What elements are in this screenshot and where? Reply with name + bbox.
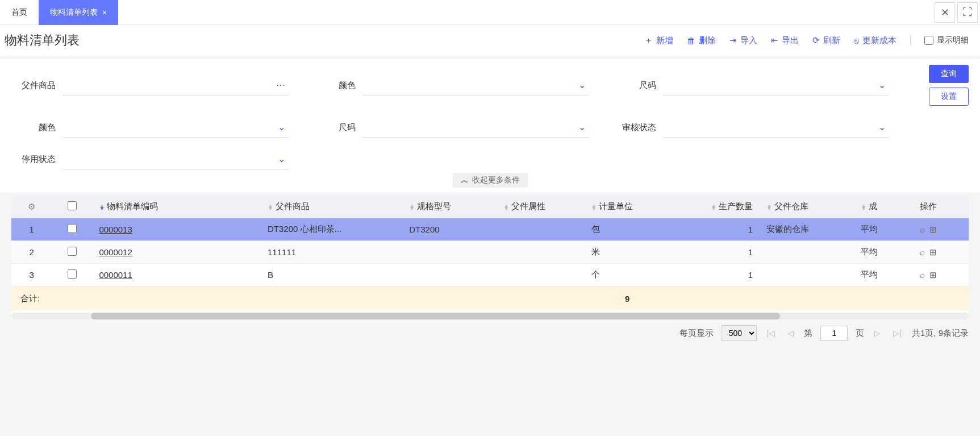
chevron-down-icon[interactable]: ⌄ [878,122,886,132]
row-index: 3 [11,264,52,286]
cell-unit: 米 [585,241,672,264]
view-icon[interactable]: ⌕ [920,270,925,280]
col-more[interactable]: ▲▼成 [854,196,887,218]
sort-icon[interactable]: ▲▼ [99,204,105,210]
first-page-button[interactable]: |◁ [765,329,778,338]
col-unit[interactable]: ▲▼计量单位 [585,196,672,218]
row-index: 2 [11,241,52,264]
add-button[interactable]: ＋新增 [644,35,673,46]
color2-select[interactable]: ⌄ [62,117,289,138]
query-button[interactable]: 查询 [929,65,969,83]
cell-spec: DT3200 [402,218,497,241]
refresh-icon: ⟳ [812,35,820,45]
export-button[interactable]: ⇤导出 [771,35,799,46]
row-checkbox[interactable] [68,224,77,233]
row-checkbox[interactable] [68,247,77,256]
settings-button[interactable]: 设置 [929,88,969,106]
col-qty[interactable]: ▲▼生产数量 [672,196,760,218]
tab-home[interactable]: 首页 [0,0,39,25]
export-icon: ⇤ [771,35,778,45]
page-prefix: 第 [804,328,812,339]
stop-status-select[interactable]: ⌄ [62,149,289,169]
more-icon[interactable]: ⋯ [276,80,285,90]
chevron-down-icon[interactable]: ⌄ [278,122,285,132]
tab-bom-label: 物料清单列表 [50,7,98,18]
grid-icon[interactable]: ⊞ [929,247,937,257]
size-select[interactable]: ⌄ [663,75,889,95]
fullscreen-button[interactable]: ⛶ [957,2,978,23]
parent-product-input[interactable]: ⋯ [62,75,289,95]
view-icon[interactable]: ⌕ [920,225,925,234]
close-all-tabs-button[interactable]: ✕ [935,2,955,23]
tab-home-label: 首页 [11,7,27,18]
next-page-button[interactable]: ▷ [872,329,883,338]
prev-page-button[interactable]: ◁ [785,329,796,338]
table-row[interactable]: 20000012111111米1平均⌕⊞ [11,241,969,264]
total-qty: 9 [625,294,629,304]
cell-code: 0000012 [92,241,261,264]
sort-icon[interactable]: ▲▼ [591,204,597,210]
sort-icon[interactable]: ▲▼ [268,204,273,210]
last-page-button[interactable]: ▷| [891,329,904,338]
audit-status-select[interactable]: ⌄ [663,117,889,138]
col-attr[interactable]: ▲▼父件属性 [497,196,584,218]
code-link[interactable]: 0000011 [99,270,132,280]
collapse-filters-button[interactable]: ︽ 收起更多条件 [453,173,528,188]
cell-unit: 个 [585,264,672,286]
cell-qty: 1 [672,241,760,264]
col-code[interactable]: ▲▼物料清单编码 [92,196,261,218]
col-parent[interactable]: ▲▼父件商品 [261,196,402,218]
show-detail-checkbox[interactable] [924,36,933,45]
table-row[interactable]: 30000011B个1平均⌕⊞ [11,264,969,286]
cell-unit: 包 [585,218,672,241]
sort-icon[interactable]: ▲▼ [711,204,716,210]
toolbar: 物料清单列表 ＋新增 🗑删除 ⇥导入 ⇤导出 ⟳刷新 ⎋更新成本 显示明细 [0,25,980,56]
row-checkbox-cell[interactable] [52,241,92,264]
per-page-select[interactable]: 500 [722,325,757,341]
update-cost-button[interactable]: ⎋更新成本 [854,35,896,46]
cell-warehouse [760,241,854,264]
row-checkbox-cell[interactable] [52,264,92,286]
close-icon[interactable]: × [102,8,107,17]
sort-icon[interactable]: ▲▼ [861,204,866,210]
filter-color-2: 颜色 ⌄ [11,117,289,138]
size2-select[interactable]: ⌄ [362,117,589,138]
cell-parent: 111111 [261,241,402,264]
chevron-down-icon[interactable]: ⌄ [278,153,285,164]
table-settings-button[interactable]: ⚙ [11,196,52,218]
chevron-down-icon[interactable]: ⌄ [578,122,586,132]
page-input[interactable] [820,326,848,341]
code-link[interactable]: 0000013 [99,225,132,234]
select-all-checkbox[interactable] [68,201,77,210]
show-detail-toggle[interactable]: 显示明细 [924,35,969,45]
select-all-header[interactable] [52,196,92,218]
horizontal-scrollbar[interactable] [11,313,969,319]
sort-icon[interactable]: ▲▼ [409,204,415,210]
code-link[interactable]: 0000012 [99,247,132,257]
data-table: ⚙ ▲▼物料清单编码 ▲▼父件商品 ▲▼规格型号 ▲▼父件属性 ▲▼计量单位 ▲… [11,196,969,319]
grid-icon[interactable]: ⊞ [929,270,937,280]
table-row[interactable]: 10000013DT3200 心相印茶...DT3200包1安徽的仓库平均⌕⊞ [11,218,969,241]
view-icon[interactable]: ⌕ [920,247,925,257]
col-spec[interactable]: ▲▼规格型号 [402,196,497,218]
cell-spec [402,264,497,286]
import-button[interactable]: ⇥导入 [729,35,757,46]
refresh-button[interactable]: ⟳刷新 [812,35,840,46]
chevron-down-icon[interactable]: ⌄ [878,80,886,90]
cell-attr [497,218,584,241]
tab-bar-right: ✕ ⛶ [935,0,980,25]
scrollbar-thumb[interactable] [91,313,780,319]
cell-ops: ⌕⊞ [888,218,969,241]
import-icon: ⇥ [729,35,737,45]
color-select[interactable]: ⌄ [362,75,589,95]
row-checkbox-cell[interactable] [52,218,92,241]
chevron-down-icon[interactable]: ⌄ [578,80,586,90]
filter-audit-status: 审核状态 ⌄ [612,117,889,138]
sort-icon[interactable]: ▲▼ [766,204,772,210]
grid-icon[interactable]: ⊞ [929,225,937,234]
delete-button[interactable]: 🗑删除 [687,35,716,46]
col-warehouse[interactable]: ▲▼父件仓库 [760,196,854,218]
tab-bom-list[interactable]: 物料清单列表 × [39,0,118,25]
row-checkbox[interactable] [68,269,77,279]
sort-icon[interactable]: ▲▼ [503,204,509,210]
